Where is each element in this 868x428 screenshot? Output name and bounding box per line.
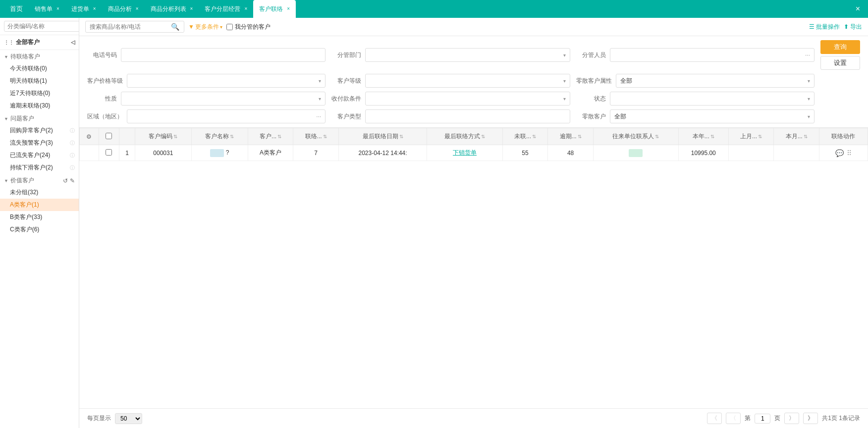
- sidebar-collapse-icon[interactable]: ◁: [71, 39, 75, 46]
- per-page-select[interactable]: 50 100 200: [115, 413, 142, 424]
- sidebar-item-churn-warning[interactable]: 流失预警客户(3) ⓘ: [0, 137, 79, 149]
- adv-filter-row-1: 电话号码 分管部门 ▾ 分管人员 ··· 查询 设置: [87, 40, 860, 70]
- nav-tab-analysis[interactable]: 商品分析 ×: [102, 0, 145, 18]
- close-tab-analysis[interactable]: ×: [136, 0, 139, 18]
- bulk-ops-button[interactable]: ☰ 批量操作: [809, 23, 840, 31]
- chat-icon[interactable]: 💬: [835, 149, 844, 157]
- th-this-month[interactable]: 本月...⇅: [774, 128, 819, 145]
- close-tab-salesorder[interactable]: ×: [56, 0, 59, 18]
- td-last-method[interactable]: 下销货单: [427, 145, 503, 161]
- th-sort-date: ⇅: [399, 134, 403, 139]
- sidebar-search-input[interactable]: [4, 21, 79, 32]
- th-checkbox[interactable]: [99, 128, 119, 145]
- status-arrow-icon: ▾: [808, 96, 810, 102]
- filter-phone: 电话号码: [87, 48, 331, 62]
- filter-my-customers[interactable]: 我分管的客户: [226, 23, 271, 31]
- filter-payment-label: 收付款条件: [331, 95, 361, 103]
- nav-tab-analysis-list[interactable]: 商品分析列表 ×: [145, 0, 199, 18]
- filter-retail-customer-select[interactable]: 全部▾: [610, 109, 814, 123]
- th-sort-type: ⇅: [277, 134, 281, 139]
- sidebar-item-repurchase-abnormal[interactable]: 回购异常客户(2) ⓘ: [0, 124, 79, 137]
- sidebar-item-c-class[interactable]: C类客户(6): [0, 223, 79, 236]
- edit-icon[interactable]: ✎: [70, 177, 75, 184]
- select-all-checkbox[interactable]: [106, 133, 112, 139]
- sidebar-item-7days[interactable]: 近7天待联络(0): [0, 87, 79, 100]
- close-all-button[interactable]: ×: [852, 4, 864, 13]
- pagination-prev-button[interactable]: 〈: [726, 413, 741, 424]
- filter-retail-attr-select[interactable]: 全部▾: [616, 74, 814, 88]
- th-overdue[interactable]: 逾期...⇅: [548, 128, 594, 145]
- sidebar-item-tomorrow[interactable]: 明天待联络(1): [0, 75, 79, 87]
- filter-nature-select[interactable]: ▾: [121, 92, 326, 106]
- th-this-year[interactable]: 本年...⇅: [678, 128, 728, 145]
- filter-search-icon[interactable]: 🔍: [171, 23, 179, 31]
- page-number-input[interactable]: [755, 414, 770, 424]
- sidebar-item-a-class[interactable]: A类客户(1): [0, 199, 79, 211]
- close-tab-customer-contact[interactable]: ×: [287, 0, 290, 18]
- sidebar-item-b-class[interactable]: B类客户(33): [0, 211, 79, 223]
- th-settings[interactable]: ⚙: [80, 128, 99, 145]
- pagination-last-button[interactable]: 》: [803, 413, 818, 424]
- th-name[interactable]: 客户名称⇅: [191, 128, 248, 145]
- filter-nature-label: 性质: [87, 95, 117, 103]
- sidebar-item-declining[interactable]: 持续下滑客户(2) ⓘ: [0, 161, 79, 174]
- filter-manager-input[interactable]: ···: [610, 48, 814, 62]
- nav-home[interactable]: 首页: [4, 0, 29, 18]
- filter-customer-level-select[interactable]: ▾: [365, 74, 570, 88]
- sidebar-group-problem[interactable]: ▼ 问题客户: [0, 112, 79, 124]
- filter-payment: 收付款条件 ▾: [331, 92, 576, 106]
- nav-tab-customer-contact[interactable]: 客户联络 ×: [253, 0, 296, 18]
- th-customer-type[interactable]: 客户...⇅: [248, 128, 293, 145]
- filter-customer-type: 客户类型: [331, 109, 576, 123]
- filter-retail-attr-label: 零散客户属性: [576, 77, 612, 85]
- td-gear: [80, 145, 99, 161]
- close-tab-analysis-list[interactable]: ×: [190, 0, 193, 18]
- sidebar-item-overdue[interactable]: 逾期未联络(30): [0, 100, 79, 112]
- export-button[interactable]: ⬆ 导出: [844, 23, 862, 31]
- last-contact-link[interactable]: 下销货单: [453, 149, 477, 156]
- query-button[interactable]: 查询: [820, 40, 860, 54]
- filter-search-input[interactable]: [90, 23, 169, 30]
- sidebar-item-today[interactable]: 今天待联络(0): [0, 62, 79, 75]
- table-header-row: ⚙ 客户编码⇅ 客户名称⇅ 客户...⇅ 联络...⇅ 最后联络日期⇅ 最后联络…: [80, 128, 868, 145]
- filter-dept-select[interactable]: ▾: [365, 48, 570, 62]
- filter-customer-type-input[interactable]: [365, 109, 570, 123]
- my-customers-checkbox[interactable]: [226, 24, 233, 30]
- close-tab-purchase[interactable]: ×: [93, 0, 96, 18]
- qr-icon[interactable]: ⠿: [847, 149, 852, 157]
- td-name: ?: [191, 145, 248, 161]
- th-last-month[interactable]: 上月...⇅: [728, 128, 774, 145]
- sidebar-all-customers[interactable]: ⋮⋮ 全部客户 ◁: [0, 35, 79, 50]
- sidebar-item-churned[interactable]: 已流失客户(24) ⓘ: [0, 149, 79, 161]
- pagination-next-button[interactable]: 〉: [784, 413, 799, 424]
- nav-tab-purchase[interactable]: 进货单 ×: [65, 0, 102, 18]
- filter-phone-input[interactable]: [121, 48, 326, 62]
- price-level-arrow-icon: ▾: [319, 78, 321, 84]
- filter-price-level-select[interactable]: ▾: [127, 74, 326, 88]
- th-no-contact[interactable]: 未联...⇅: [502, 128, 548, 145]
- filter-payment-select[interactable]: ▾: [365, 92, 570, 106]
- filter-customer-level: 客户等级 ▾: [331, 74, 576, 88]
- filter-region-input[interactable]: ···: [127, 109, 326, 123]
- filter-search-box[interactable]: 🔍: [85, 21, 184, 33]
- th-last-contact-method[interactable]: 最后联络方式⇅: [427, 128, 503, 145]
- nav-tab-salesorder[interactable]: 销售单 ×: [29, 0, 65, 18]
- pagination-first-button[interactable]: 《: [707, 413, 722, 424]
- filter-more-button[interactable]: ▼ 更多条件 ▾: [188, 23, 222, 31]
- sidebar-item-ungrouped[interactable]: 未分组(32): [0, 186, 79, 199]
- th-code[interactable]: 客户编码⇅: [135, 128, 191, 145]
- row-checkbox[interactable]: [106, 149, 112, 156]
- filter-status-select[interactable]: ▾: [610, 92, 814, 106]
- th-sort-overdue: ⇅: [578, 134, 582, 139]
- setting-button[interactable]: 设置: [820, 56, 860, 70]
- th-sort-name: ⇅: [230, 134, 234, 139]
- sidebar-group-value[interactable]: ▼ 价值客户 ↺ ✎: [0, 174, 79, 186]
- th-last-contact-date[interactable]: 最后联络日期⇅: [338, 128, 427, 145]
- nav-tab-customer-ops[interactable]: 客户分层经营 ×: [199, 0, 253, 18]
- close-tab-customer-ops[interactable]: ×: [244, 0, 247, 18]
- th-company-contact[interactable]: 往来单位联系人⇅: [593, 128, 678, 145]
- sidebar-group-pending[interactable]: ▼ 待联络客户: [0, 50, 79, 62]
- refresh-icon[interactable]: ↺: [63, 177, 68, 184]
- th-contact-count[interactable]: 联络...⇅: [293, 128, 339, 145]
- td-checkbox[interactable]: [99, 145, 119, 161]
